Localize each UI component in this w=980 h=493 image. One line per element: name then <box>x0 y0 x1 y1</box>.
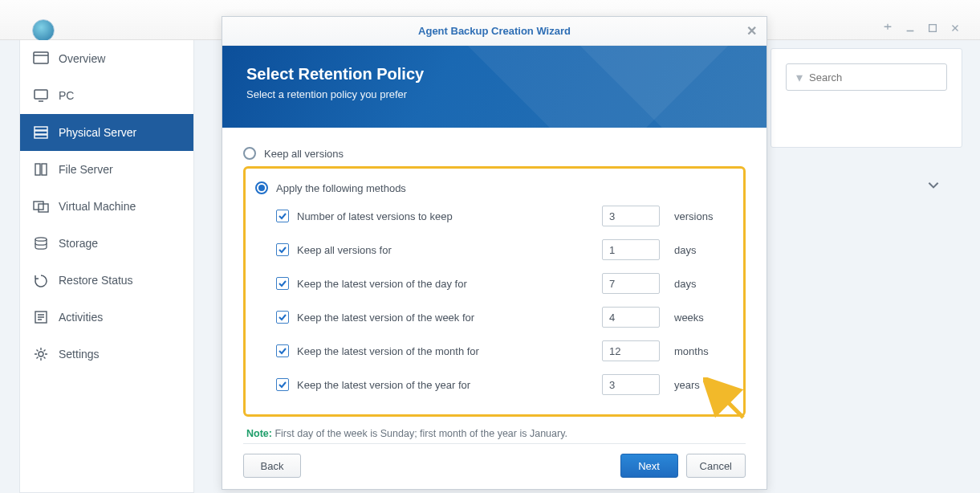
sidebar-item-label: Virtual Machine <box>59 200 136 213</box>
vm-icon <box>33 199 49 214</box>
sidebar-item-storage[interactable]: Storage <box>20 225 193 262</box>
sidebar-item-label: File Server <box>59 163 113 176</box>
dialog-subheading: Select a retention policy you prefer <box>246 88 742 100</box>
method-unit: days <box>674 244 722 256</box>
window-controls <box>882 22 961 34</box>
sidebar-item-file-server[interactable]: File Server <box>20 151 193 188</box>
method-value-input[interactable] <box>602 340 660 361</box>
method-row-latest-versions: Number of latest versions to keep versio… <box>255 199 730 233</box>
method-label: Keep the latest version of the day for <box>297 278 594 290</box>
sidebar-item-restore-status[interactable]: Restore Status <box>20 262 193 299</box>
methods-highlight-box: Apply the following methods Number of la… <box>243 166 746 417</box>
sidebar-item-activities[interactable]: Activities <box>20 299 193 336</box>
svg-point-12 <box>39 352 43 357</box>
radio-keep-all[interactable]: Keep all versions <box>243 142 746 165</box>
checkbox[interactable] <box>276 311 289 324</box>
app-icon <box>32 19 55 42</box>
sidebar-item-label: Activities <box>59 311 103 324</box>
right-panel: ▾ <box>771 48 962 148</box>
checkbox[interactable] <box>276 378 289 391</box>
svg-rect-6 <box>35 164 40 175</box>
dialog-heading: Select Retention Policy <box>246 65 742 84</box>
checkbox[interactable] <box>276 243 289 256</box>
fileserver-icon <box>33 162 49 177</box>
svg-rect-7 <box>42 164 47 175</box>
method-value-input[interactable] <box>602 374 660 395</box>
method-row-keep-all-for: Keep all versions for days <box>255 233 730 267</box>
search-input[interactable] <box>809 71 944 84</box>
sidebar-item-label: Physical Server <box>59 126 136 139</box>
method-label: Keep the latest version of the week for <box>297 312 594 324</box>
method-row-day: Keep the latest version of the day for d… <box>255 267 730 300</box>
svg-rect-2 <box>35 90 47 99</box>
pin-icon[interactable] <box>882 22 893 34</box>
search-field[interactable]: ▾ <box>786 63 947 91</box>
svg-rect-3 <box>35 127 47 130</box>
cancel-button[interactable]: Cancel <box>686 454 746 478</box>
checkbox[interactable] <box>276 344 289 357</box>
note-text: First day of the week is Sunday; first m… <box>274 428 567 439</box>
chevron-down-icon[interactable] <box>926 177 941 195</box>
close-icon[interactable]: ✕ <box>746 23 757 39</box>
svg-rect-1 <box>34 52 48 63</box>
next-button[interactable]: Next <box>620 454 678 478</box>
sidebar-item-virtual-machine[interactable]: Virtual Machine <box>20 188 193 225</box>
sidebar-item-label: Storage <box>59 237 98 250</box>
dropdown-caret-icon[interactable]: ▾ <box>796 70 803 85</box>
wizard-dialog: Agent Backup Creation Wizard ✕ Select Re… <box>222 16 767 490</box>
minimize-icon[interactable] <box>905 22 916 34</box>
checkbox[interactable] <box>276 277 289 290</box>
method-row-week: Keep the latest version of the week for … <box>255 300 730 334</box>
svg-rect-5 <box>35 135 47 138</box>
sidebar-item-label: Restore Status <box>59 274 133 287</box>
sidebar: Overview PC Physical Server File Server … <box>19 40 194 493</box>
method-unit: versions <box>674 210 722 222</box>
back-button[interactable]: Back <box>243 454 301 478</box>
sidebar-item-physical-server[interactable]: Physical Server <box>20 114 193 151</box>
activities-icon <box>33 310 49 324</box>
svg-rect-0 <box>929 25 937 32</box>
annotation-arrow-icon <box>703 377 751 426</box>
note-label: Note: <box>246 428 272 439</box>
method-row-year: Keep the latest version of the year for … <box>255 368 730 401</box>
method-row-month: Keep the latest version of the month for… <box>255 334 730 368</box>
checkbox[interactable] <box>276 210 289 222</box>
method-label: Keep the latest version of the year for <box>297 379 594 391</box>
dialog-body: Keep all versions Apply the following me… <box>222 128 767 447</box>
sidebar-item-pc[interactable]: PC <box>20 77 193 114</box>
method-value-input[interactable] <box>602 206 660 226</box>
storage-icon <box>33 236 49 251</box>
overview-icon <box>33 51 49 66</box>
sidebar-item-label: Overview <box>59 52 105 65</box>
method-value-input[interactable] <box>602 273 660 294</box>
svg-point-10 <box>35 238 47 241</box>
method-unit: weeks <box>674 312 722 324</box>
radio-label: Keep all versions <box>264 148 344 160</box>
svg-rect-4 <box>35 131 47 134</box>
method-label: Number of latest versions to keep <box>297 210 594 222</box>
method-value-input[interactable] <box>602 239 660 260</box>
pc-icon <box>33 88 49 103</box>
server-icon <box>33 125 49 140</box>
radio-icon <box>255 181 268 194</box>
dialog-titlebar: Agent Backup Creation Wizard ✕ <box>222 17 767 46</box>
dialog-title: Agent Backup Creation Wizard <box>418 25 571 37</box>
settings-icon <box>33 347 49 361</box>
dialog-footer: Back Next Cancel <box>243 443 746 478</box>
radio-label: Apply the following methods <box>276 182 406 194</box>
close-icon[interactable] <box>950 22 961 34</box>
method-label: Keep the latest version of the month for <box>297 345 594 357</box>
method-unit: days <box>674 278 722 290</box>
sidebar-item-overview[interactable]: Overview <box>20 40 193 77</box>
restore-icon <box>33 273 49 287</box>
dialog-header: Select Retention Policy Select a retenti… <box>222 46 767 128</box>
note: Note: First day of the week is Sunday; f… <box>246 428 746 439</box>
method-unit: months <box>674 345 722 357</box>
sidebar-item-label: PC <box>59 89 74 102</box>
method-label: Keep all versions for <box>297 244 594 256</box>
method-value-input[interactable] <box>602 307 660 328</box>
radio-icon <box>243 147 256 160</box>
radio-apply-methods[interactable]: Apply the following methods <box>255 177 730 199</box>
sidebar-item-settings[interactable]: Settings <box>20 336 193 373</box>
maximize-icon[interactable] <box>927 22 938 34</box>
